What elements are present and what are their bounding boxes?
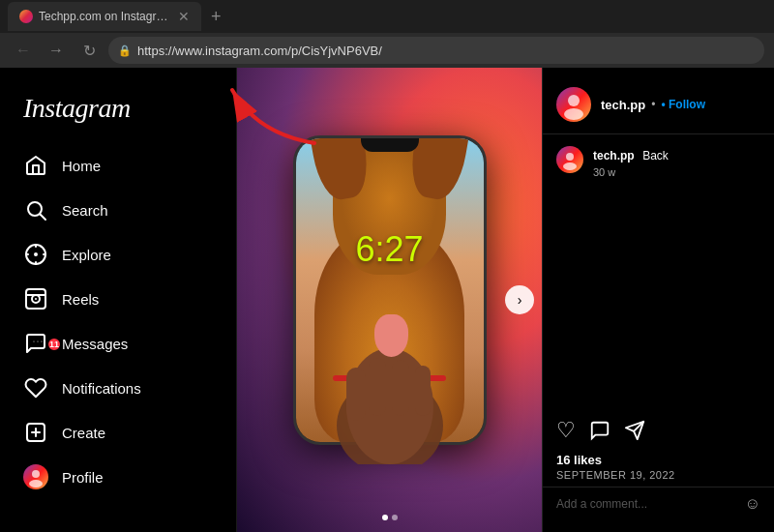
reload-button[interactable]: ↻ (75, 37, 103, 64)
main-content: 6:27 (237, 68, 774, 532)
svg-point-13 (34, 341, 35, 342)
search-label: Search (62, 202, 108, 219)
post-actions-row: ♡ (543, 410, 774, 451)
comment-placeholder[interactable]: Add a comment... (556, 497, 737, 511)
instagram-logo: Instagram (12, 83, 224, 143)
svg-point-19 (32, 470, 40, 478)
svg-point-30 (563, 163, 577, 170)
search-icon (23, 197, 48, 222)
notifications-icon (23, 375, 48, 400)
lock-icon: 🔒 (118, 44, 132, 57)
caption-time: 30 w (593, 166, 669, 178)
page-content: Instagram Home Search (0, 68, 774, 532)
home-icon (23, 153, 48, 178)
create-icon (23, 420, 48, 445)
tab-favicon (19, 10, 33, 23)
svg-rect-26 (415, 366, 431, 416)
active-tab[interactable]: Techpp.com on Instagram: "Back ✕ (8, 2, 201, 31)
post-user-header: tech.pp • • Follow (543, 79, 774, 130)
follow-button[interactable]: • Follow (661, 98, 705, 111)
tab-title: Techpp.com on Instagram: "Back (39, 10, 168, 23)
svg-rect-23 (346, 368, 366, 421)
tab-close-button[interactable]: ✕ (178, 9, 190, 24)
profile-label: Profile (62, 469, 104, 486)
post-details-panel: tech.pp • • Follow tech.pp (542, 68, 774, 532)
svg-point-20 (29, 480, 43, 488)
phone-time: 6:27 (355, 229, 423, 270)
post-username[interactable]: tech.pp (601, 98, 645, 112)
create-label: Create (62, 425, 105, 441)
svg-rect-24 (369, 358, 386, 416)
panel-divider-1 (543, 133, 774, 134)
post-image-container: 6:27 (237, 68, 542, 532)
reels-label: Reels (62, 291, 99, 308)
sidebar: Instagram Home Search (0, 68, 237, 532)
username-row: tech.pp • • Follow (601, 98, 760, 112)
caption-area: tech.pp Back 30 w (543, 138, 774, 186)
profile-avatar (23, 464, 48, 489)
emoji-button[interactable]: ☺ (745, 495, 760, 513)
explore-label: Explore (62, 247, 111, 263)
address-bar[interactable]: 🔒 https://www.instagram.com/p/CisYjvNP6V… (108, 37, 764, 64)
like-button[interactable]: ♡ (556, 418, 576, 443)
sidebar-item-create[interactable]: Create (12, 410, 224, 455)
sidebar-item-messages[interactable]: 11 Messages (12, 321, 224, 366)
next-post-button[interactable]: › (505, 285, 534, 314)
svg-point-14 (38, 341, 39, 342)
dot-1 (382, 515, 388, 520)
phone-mockup: 6:27 (293, 135, 487, 445)
messages-label: Messages (62, 336, 128, 352)
new-tab-button[interactable]: + (205, 7, 227, 27)
home-label: Home (62, 158, 101, 174)
sidebar-item-home[interactable]: Home (12, 143, 224, 188)
post-user-avatar (556, 87, 591, 122)
post-progress-dots (382, 515, 398, 520)
svg-point-11 (35, 298, 37, 300)
sidebar-item-search[interactable]: Search (12, 188, 224, 232)
likes-count: 16 likes (556, 453, 760, 467)
phone-notch (361, 138, 419, 152)
svg-point-4 (35, 253, 37, 255)
svg-point-27 (568, 95, 580, 106)
svg-rect-25 (392, 360, 409, 416)
reels-icon (23, 286, 48, 311)
spacer (543, 186, 774, 410)
sidebar-item-explore[interactable]: Explore (12, 232, 224, 277)
caption-avatar (556, 146, 583, 173)
likes-section: 16 likes September 19, 2022 (543, 451, 774, 483)
caption-content: Back (642, 149, 669, 163)
dot-2 (392, 515, 398, 520)
post-image: 6:27 (237, 68, 542, 532)
notifications-label: Notifications (62, 380, 141, 397)
messages-badge: 11 (46, 337, 62, 352)
browser-chrome: Techpp.com on Instagram: "Back ✕ + ← → ↻… (0, 0, 774, 68)
sidebar-item-profile[interactable]: Profile (12, 455, 224, 499)
back-button[interactable]: ← (10, 37, 37, 64)
navigation-bar: ← → ↻ 🔒 https://www.instagram.com/p/CisY… (0, 33, 774, 68)
caption-text-block: tech.pp Back 30 w (593, 146, 669, 178)
comment-input-area[interactable]: Add a comment... ☺ (543, 487, 774, 520)
svg-point-15 (42, 341, 43, 342)
comment-button[interactable] (589, 420, 610, 441)
forward-button[interactable]: → (43, 37, 70, 64)
share-button[interactable] (624, 420, 645, 441)
sidebar-item-notifications[interactable]: Notifications (12, 366, 224, 410)
messages-icon: 11 (23, 331, 48, 356)
svg-point-29 (566, 153, 574, 161)
explore-icon (23, 242, 48, 267)
svg-line-2 (41, 215, 46, 221)
separator: • (651, 98, 655, 111)
svg-point-28 (564, 108, 583, 120)
url-text: https://www.instagram.com/p/CisYjvNP6VB/ (137, 44, 755, 58)
caption-body: tech.pp Back (593, 146, 669, 164)
post-date: September 19, 2022 (556, 469, 760, 481)
sidebar-item-reels[interactable]: Reels (12, 277, 224, 321)
phone-hand-image: 6:27 (237, 68, 542, 532)
tab-bar: Techpp.com on Instagram: "Back ✕ + (0, 0, 774, 33)
caption-username: tech.pp (593, 149, 635, 163)
post-user-info: tech.pp • • Follow (601, 98, 760, 112)
